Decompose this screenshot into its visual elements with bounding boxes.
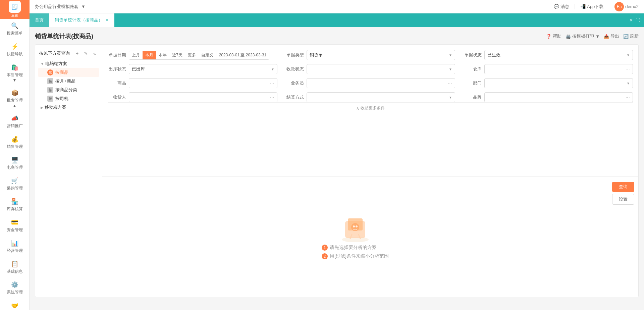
collapse-bar[interactable]: ∧ 收起更多条件 xyxy=(108,102,633,114)
brand-label: 品牌 xyxy=(463,94,482,100)
help-btn[interactable]: ❓ 帮助 xyxy=(546,33,561,39)
sidebar-item-sales[interactable]: 💰 销售管理 xyxy=(0,132,29,153)
settlement-select[interactable]: ▼ xyxy=(307,92,455,102)
sales-icon: 💰 xyxy=(11,136,18,143)
right-section: 单据日期 上月 本月 本年 近7天 更多 自定义 xyxy=(102,45,638,297)
collapse-panel-btn[interactable]: « xyxy=(91,50,98,57)
export-btn[interactable]: 📤 导出 xyxy=(604,33,619,39)
goods-label: 商品 xyxy=(108,80,126,86)
doc-status-chevron-icon: ▼ xyxy=(627,53,630,57)
content-wrapper: 销货单统计表(按商品) ❓ 帮助 🖨️ 按模板打印 ▼ 📤 导出 xyxy=(30,27,644,310)
empty-tip-2-text: 用[过滤]条件来缩小分析范围 xyxy=(330,253,389,259)
export-label: 导出 xyxy=(610,33,619,39)
tab-home[interactable]: 首页 xyxy=(30,13,49,27)
doc-status-value: 已生效 xyxy=(487,52,500,58)
consignee-input[interactable]: ··· xyxy=(129,92,277,102)
quicknav-icon: ⚡ xyxy=(11,43,18,50)
ecommerce-icon: 🖥️ xyxy=(11,156,18,164)
settlement-chevron-icon: ▼ xyxy=(449,96,452,99)
sidebar-item-basic[interactable]: 📋 基础信息 xyxy=(0,257,29,278)
print-icon: 🖨️ xyxy=(566,34,571,39)
company-chevron-icon: ▼ xyxy=(81,4,86,9)
sidebar-item-marketing[interactable]: 📣 营销推广 xyxy=(0,111,29,132)
tab-close-icon[interactable]: ✕ xyxy=(105,18,109,22)
message-btn[interactable]: 💬 消息 xyxy=(554,4,569,10)
sidebar-item-enterprise[interactable]: 🤝 企业协同 xyxy=(0,299,29,310)
sidebar-item-retail[interactable]: 🛍️ 零售管理 ▼ xyxy=(0,60,29,86)
query-button[interactable]: 查询 xyxy=(612,182,634,192)
doc-type-select[interactable]: 销货单 ▼ xyxy=(307,50,455,60)
sidebar: 🧾 标账 🔍 搜索菜单 ⚡ 快捷导航 🛍️ 零售管理 ▼ 📦 批发管理 ▲ xyxy=(0,0,30,310)
print-label: 按模板打印 xyxy=(572,33,594,39)
date-btn-thismonth[interactable]: 本月 xyxy=(143,51,156,59)
tree-parent-desktop[interactable]: ▼ 电脑端方案 xyxy=(38,59,99,68)
date-btn-7days[interactable]: 近7天 xyxy=(169,51,185,59)
sidebar-item-retail-label: 零售管理 xyxy=(7,72,23,78)
left-panel: 按以下方案查询 + ✎ « ▼ 电脑端方案 xyxy=(35,45,102,297)
scheme-icon-goods: 按 xyxy=(47,69,53,75)
sidebar-item-quicknav[interactable]: ⚡ 快捷导航 xyxy=(0,40,29,60)
brand-input[interactable]: ··· xyxy=(484,92,633,102)
sidebar-item-system[interactable]: ⚙️ 系统管理 xyxy=(0,278,29,299)
refresh-btn[interactable]: 🔄 刷新 xyxy=(623,33,639,39)
refresh-icon: 🔄 xyxy=(623,34,629,39)
warehouse-status-select[interactable]: 已出库 ▼ xyxy=(129,64,277,74)
tree-child-category[interactable]: 按 按商品分类 xyxy=(38,86,99,94)
date-btn-lastmonth[interactable]: 上月 xyxy=(129,51,143,59)
payment-status-select[interactable]: ▼ xyxy=(307,64,455,74)
edit-scheme-btn[interactable]: ✎ xyxy=(83,50,89,57)
filter-warehouse-status: 出库状态 已出库 ▼ xyxy=(108,64,277,74)
sidebar-item-wholesale[interactable]: 📦 批发管理 ▲ xyxy=(0,86,29,111)
date-btn-custom[interactable]: 自定义 xyxy=(199,51,216,59)
scheme-icon-month: 按 xyxy=(47,78,53,84)
tab-close-all-icon[interactable]: ✕ xyxy=(629,18,633,23)
sidebar-item-ecommerce[interactable]: 🖥️ 电商管理 xyxy=(0,153,29,174)
tree-parent-mobile[interactable]: ▶ 移动端方案 xyxy=(38,103,99,112)
sidebar-item-operations[interactable]: 📊 经营管理 xyxy=(0,236,29,257)
tree-child-month-label: 按月+商品 xyxy=(55,78,75,84)
app-download-btn[interactable]: 📲 App下载 xyxy=(580,4,603,10)
empty-tip-2: 2 用[过滤]条件来缩小分析范围 xyxy=(322,253,389,259)
sidebar-menu: 🔍 搜索菜单 ⚡ 快捷导航 🛍️ 零售管理 ▼ 📦 批发管理 ▲ 📣 营销推广 xyxy=(0,19,29,310)
sidebar-item-wholesale-label: 批发管理 xyxy=(7,98,23,103)
add-scheme-btn[interactable]: + xyxy=(74,50,80,57)
divider xyxy=(575,4,575,9)
sidebar-item-purchase[interactable]: 🛒 采购管理 xyxy=(0,174,29,195)
tree-child-category-label: 按商品分类 xyxy=(55,87,77,93)
sidebar-item-search[interactable]: 🔍 搜索菜单 xyxy=(0,19,29,40)
tab-maximize-icon[interactable]: ⛶ xyxy=(636,18,640,23)
download-icon: 📲 xyxy=(580,4,586,9)
tab-actions: ✕ ⛶ xyxy=(625,13,644,27)
company-dropdown[interactable]: 办公用品行业模拟账套 xyxy=(35,4,78,10)
print-btn[interactable]: 🖨️ 按模板打印 ▼ xyxy=(566,33,600,39)
department-label: 部门 xyxy=(463,80,482,86)
department-select[interactable]: ▼ xyxy=(484,78,633,88)
warehouse-input[interactable]: ··· xyxy=(484,64,633,74)
sidebar-item-purchase-label: 采购管理 xyxy=(7,186,23,191)
doc-status-select[interactable]: 已生效 ▼ xyxy=(484,50,633,60)
user-menu[interactable]: Ea demo2 xyxy=(614,2,639,11)
main-area: 办公用品行业模拟账套 ▼ 💬 消息 📲 App下载 Ea xyxy=(30,0,644,310)
warehouse-status-value: 已出库 xyxy=(132,66,145,72)
filter-grid: 单据日期 上月 本月 本年 近7天 更多 自定义 xyxy=(108,50,633,102)
goods-input[interactable]: ··· xyxy=(129,78,277,88)
tab-sales-stats[interactable]: 销货单统计表（按商品） ✕ xyxy=(49,13,114,27)
salesperson-input[interactable]: ··· xyxy=(307,78,455,88)
retail-icon: 🛍️ xyxy=(11,64,18,71)
tree-child-driver[interactable]: 按 按司机 xyxy=(38,94,99,103)
filter-doc-status: 单据状态 已生效 ▼ xyxy=(463,50,633,60)
sidebar-item-finance[interactable]: 💳 资金管理 xyxy=(0,215,29,236)
doc-type-label: 单据类型 xyxy=(285,52,304,58)
sidebar-item-inventory[interactable]: 🏪 库存核算 xyxy=(0,195,29,215)
tree-child-month-goods[interactable]: 按 按月+商品 xyxy=(38,77,99,86)
payment-status-label: 收款状态 xyxy=(285,66,304,72)
date-btn-thisyear[interactable]: 本年 xyxy=(156,51,169,59)
sidebar-item-system-label: 系统管理 xyxy=(7,290,23,295)
tree-child-by-goods[interactable]: 按 按商品 xyxy=(38,68,99,77)
header-right: 💬 消息 📲 App下载 Ea demo2 xyxy=(554,2,639,11)
top-header: 办公用品行业模拟账套 ▼ 💬 消息 📲 App下载 Ea xyxy=(30,0,644,13)
settings-button[interactable]: 设置 xyxy=(612,194,634,205)
date-btn-more[interactable]: 更多 xyxy=(185,51,199,59)
payment-status-chevron-icon: ▼ xyxy=(449,67,452,71)
consignee-label: 收货人 xyxy=(108,94,126,100)
